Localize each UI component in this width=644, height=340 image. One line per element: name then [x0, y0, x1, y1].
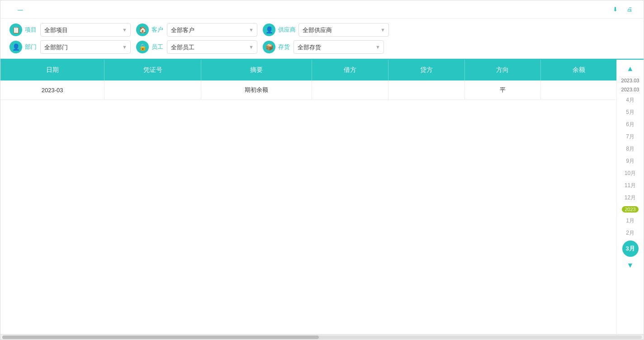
sidebar-up-button[interactable]: ▲	[623, 61, 638, 76]
scrollbar-track	[2, 335, 642, 339]
sidebar-period-header[interactable]: 2023.03	[617, 76, 644, 85]
dept-select[interactable]: 全部部门	[40, 40, 131, 54]
sidebar-month-item[interactable]: 8月	[617, 143, 644, 155]
sidebar-month-item[interactable]: 5月	[617, 106, 644, 118]
col-voucher: 凭证号	[104, 60, 201, 80]
supplier-icon: 👤	[263, 24, 275, 36]
sidebar-month-item[interactable]: 4月	[617, 94, 644, 106]
sidebar-month-item[interactable]: 2月	[617, 227, 644, 239]
col-debit: 借方	[312, 60, 388, 80]
inventory-icon: 📦	[263, 41, 275, 53]
sidebar-month-item[interactable]: 11月	[617, 179, 644, 192]
dept-select-wrapper: 全部部门 ▼	[40, 40, 131, 54]
table-container: 日期 凭证号 摘要 借方 贷方 方向 余额 2023-03期初余额平 ▲ 202…	[0, 59, 644, 334]
filter-item-supplier: 👤 供应商 全部供应商 ▼	[263, 23, 389, 37]
sidebar-month-item[interactable]: 9月	[617, 155, 644, 167]
download-icon: ⬇	[613, 6, 618, 13]
cell-balance	[541, 80, 616, 100]
main-window: ⬇ 🖨 📋 项目 全部项目 ▼	[0, 0, 644, 340]
dept-label: 部门	[25, 43, 38, 51]
scrollbar-thumb[interactable]	[2, 335, 319, 339]
customer-icon: 🏠	[136, 24, 149, 36]
project-select-wrapper: 全部项目 ▼	[40, 23, 131, 37]
prev-account-button[interactable]	[9, 9, 13, 10]
customer-label: 客户	[152, 26, 164, 34]
table-header-row: 日期 凭证号 摘要 借方 贷方 方向 余额	[0, 60, 616, 80]
col-date: 日期	[0, 60, 104, 80]
filter-item-inventory: 📦 存货 全部存货 ▼	[263, 40, 384, 54]
employee-icon: 🔒	[136, 41, 149, 53]
employee-label: 员工	[152, 43, 164, 51]
filter-item-employee: 🔒 员工 全部员工 ▼	[136, 40, 257, 54]
filter-item-dept: 👤 部门 全部部门 ▼	[9, 40, 131, 54]
col-credit: 贷方	[388, 60, 464, 80]
ledger-table: 日期 凭证号 摘要 借方 贷方 方向 余额 2023-03期初余额平	[0, 60, 616, 100]
project-label: 项目	[25, 26, 38, 34]
employee-select[interactable]: 全部员工	[167, 40, 257, 54]
toolbar-right: ⬇ 🖨	[613, 6, 635, 13]
sidebar-months: 2023.032023.034月5月6月7月8月9月10月11月12月20231…	[617, 76, 644, 258]
sidebar-month-item[interactable]: 6月	[617, 118, 644, 131]
filter-area: 📋 项目 全部项目 ▼ 🏠 客户 全部客户 ▼	[0, 19, 644, 59]
col-balance: 余额	[541, 60, 616, 80]
col-direction: 方向	[464, 60, 541, 80]
project-icon: 📋	[9, 24, 22, 36]
col-summary: 摘要	[201, 60, 312, 80]
sidebar-down-button[interactable]: ▼	[623, 258, 638, 273]
sidebar-month-active[interactable]: 3月	[622, 241, 639, 257]
cell-summary: 期初余额	[201, 80, 312, 100]
horizontal-scrollbar[interactable]	[0, 334, 644, 340]
customer-select[interactable]: 全部客户	[167, 23, 257, 37]
sidebar-period-header[interactable]: 2023.03	[617, 85, 644, 94]
table-row[interactable]: 2023-03期初余额平	[0, 80, 616, 100]
inventory-select[interactable]: 全部存货	[294, 40, 384, 54]
title-bar: ⬇ 🖨	[0, 0, 644, 19]
download-button[interactable]: ⬇	[613, 6, 620, 13]
print-icon: 🖨	[627, 6, 633, 13]
cell-credit	[388, 80, 464, 100]
print-button[interactable]: 🖨	[627, 6, 635, 13]
cell-direction: 平	[464, 80, 541, 100]
project-select[interactable]: 全部项目	[40, 23, 131, 37]
sidebar-month-item[interactable]: 12月	[617, 192, 644, 204]
supplier-select[interactable]: 全部供应商	[298, 23, 389, 37]
cell-debit	[312, 80, 388, 100]
filter-row-1: 📋 项目 全部项目 ▼ 🏠 客户 全部客户 ▼	[9, 23, 635, 37]
sidebar-year-badge: 2023	[617, 205, 644, 213]
account-code-label	[18, 8, 23, 10]
next-account-button[interactable]	[28, 9, 31, 10]
sidebar-month-item[interactable]: 1月	[617, 215, 644, 227]
customer-select-wrapper: 全部客户 ▼	[167, 23, 257, 37]
sidebar-month-item[interactable]: 10月	[617, 167, 644, 179]
cell-voucher	[104, 80, 201, 100]
filter-item-customer: 🏠 客户 全部客户 ▼	[136, 23, 257, 37]
filter-item-project: 📋 项目 全部项目 ▼	[9, 23, 131, 37]
supplier-label: 供应商	[278, 26, 296, 34]
employee-select-wrapper: 全部员工 ▼	[167, 40, 257, 54]
cell-date: 2023-03	[0, 80, 104, 100]
filter-row-2: 👤 部门 全部部门 ▼ 🔒 员工 全部员工 ▼	[9, 40, 635, 54]
inventory-label: 存货	[278, 43, 291, 51]
supplier-select-wrapper: 全部供应商 ▼	[298, 23, 389, 37]
dept-icon: 👤	[9, 41, 22, 53]
table-main[interactable]: 日期 凭证号 摘要 借方 贷方 方向 余额 2023-03期初余额平	[0, 60, 616, 334]
inventory-select-wrapper: 全部存货 ▼	[294, 40, 384, 54]
sidebar-month-item[interactable]: 7月	[617, 131, 644, 143]
right-sidebar: ▲ 2023.032023.034月5月6月7月8月9月10月11月12月202…	[616, 60, 644, 334]
